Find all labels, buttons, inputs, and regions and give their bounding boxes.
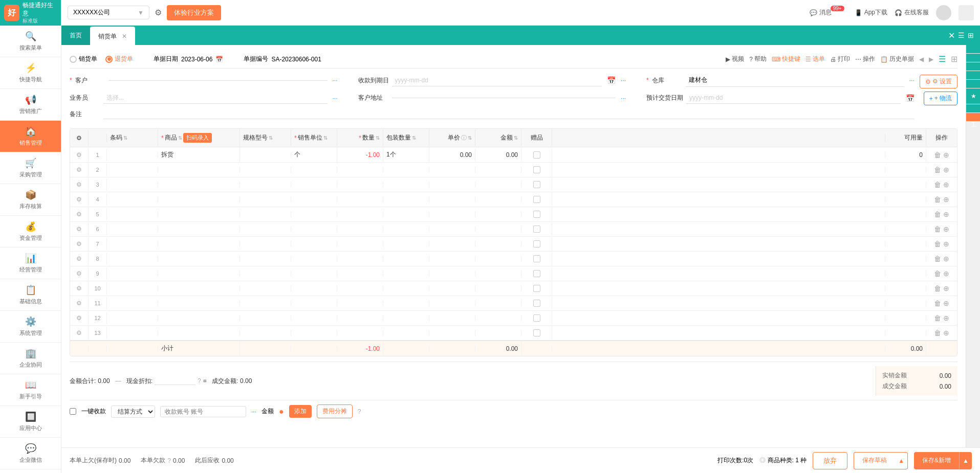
customer-addr-dots[interactable]: ··· [621,95,626,102]
tool-shortcut[interactable]: ⌨ 快捷键 [772,55,800,63]
td-price-11[interactable] [429,315,475,321]
td-pkg-5[interactable] [383,226,429,232]
td-pkg-4[interactable] [383,211,429,217]
td-unit-6[interactable] [291,241,337,247]
td-amount-1[interactable] [475,167,521,173]
td-spec-2[interactable] [240,182,291,188]
td-settings-5[interactable]: ⚙ [70,222,89,236]
tab-close-icon[interactable]: ✕ [122,33,127,40]
td-barcode-12[interactable] [107,330,158,336]
copy-icon-11[interactable]: ⊕ [943,314,949,322]
sort-price[interactable]: ⇅ [468,135,472,141]
td-price-3[interactable] [429,196,475,202]
td-settings-9[interactable]: ⚙ [70,282,89,295]
td-spec-0[interactable] [240,152,291,158]
td-product-4[interactable] [158,211,240,217]
td-price-7[interactable] [429,256,475,262]
sidebar-item-basic[interactable]: 📋 基础信息 [0,279,61,311]
td-barcode-3[interactable] [107,196,158,202]
td-qty-4[interactable] [337,211,383,217]
td-settings-2[interactable]: ⚙ [70,178,89,191]
td-barcode-0[interactable] [107,152,158,158]
td-gift-12[interactable] [521,326,552,340]
copy-icon-12[interactable]: ⊕ [943,329,949,337]
copy-icon-0[interactable]: ⊕ [943,151,949,159]
td-qty-5[interactable] [337,226,383,232]
sidebar-item-sales[interactable]: 🏠 销售管理 [0,121,61,152]
expense-btn[interactable]: 费用分摊 [317,404,353,418]
company-selector[interactable]: XXXXXX公司 ▼ [68,6,149,19]
td-pkg-2[interactable] [383,182,429,188]
td-qty-12[interactable] [337,330,383,336]
td-amount-6[interactable] [475,241,521,247]
td-pkg-1[interactable] [383,167,429,173]
settings-gear-icon[interactable]: ⚙ [155,8,162,17]
message-btn[interactable]: 💬 消息 99+ [810,8,847,17]
sidebar-item-inventory[interactable]: 📦 库存核算 [0,184,61,216]
td-settings-3[interactable]: ⚙ [70,193,89,206]
td-amount-11[interactable] [475,315,521,321]
td-remark-8[interactable] [552,271,885,277]
tab-close-all-icon[interactable]: ✕ [948,31,955,40]
td-remark-5[interactable] [552,226,885,232]
td-amount-7[interactable] [475,256,521,262]
td-settings-12[interactable]: ⚙ [70,326,89,340]
td-remark-1[interactable] [552,167,885,173]
tool-help[interactable]: ? 帮助 [749,55,767,63]
copy-icon-5[interactable]: ⊕ [943,225,949,233]
td-pkg-9[interactable] [383,285,429,291]
td-remark-12[interactable] [552,330,885,336]
abandon-btn[interactable]: 放弃 [813,452,847,469]
td-unit-1[interactable] [291,167,337,173]
delete-icon-11[interactable]: 🗑 [934,314,941,322]
sidebar-item-member[interactable]: 👑 畅会员 [0,469,61,473]
td-barcode-10[interactable] [107,300,158,306]
td-price-5[interactable] [429,226,475,232]
td-barcode-2[interactable] [107,182,158,188]
td-remark-3[interactable] [552,196,885,202]
scan-btn[interactable]: 扫码录入 [183,133,212,143]
td-spec-11[interactable] [240,315,291,321]
td-amount-0[interactable]: 0.00 [475,148,521,162]
td-product-8[interactable] [158,271,240,277]
td-remark-4[interactable] [552,211,885,217]
nav-prev-icon[interactable]: ◀ [919,56,924,63]
delete-icon-4[interactable]: 🗑 [934,210,941,218]
td-gift-11[interactable] [521,311,552,325]
tool-video[interactable]: ▶ 视频 [726,55,744,63]
td-price-2[interactable] [429,182,475,188]
td-spec-6[interactable] [240,241,291,247]
td-price-6[interactable] [429,241,475,247]
save-new-btn[interactable]: 保存&新增 [914,452,959,469]
td-amount-2[interactable] [475,182,521,188]
copy-icon-2[interactable]: ⊕ [943,181,949,189]
app-download-btn[interactable]: 📱 App下载 [855,8,887,17]
copy-icon-7[interactable]: ⊕ [943,255,949,263]
td-settings-6[interactable]: ⚙ [70,237,89,251]
warehouse-value[interactable]: 建材仓 [686,74,904,87]
online-service-btn[interactable]: 🎧 在线客服 [895,8,929,17]
td-amount-4[interactable] [475,211,521,217]
amount-dots[interactable]: ··· [251,408,256,415]
delete-icon-3[interactable]: 🗑 [934,195,941,204]
td-amount-8[interactable] [475,271,521,277]
delete-icon-2[interactable]: 🗑 [934,181,941,189]
td-gift-8[interactable] [521,267,552,280]
td-unit-7[interactable] [291,256,337,262]
sidebar-item-quick-nav[interactable]: ⚡ 快捷导航 [0,57,61,89]
td-remark-0[interactable] [552,152,885,158]
td-pkg-0[interactable]: 1个 [383,147,429,162]
td-qty-9[interactable] [337,285,383,291]
rf-btn-1[interactable]: 客 [966,45,980,53]
td-qty-0[interactable]: -1.00 [337,148,383,162]
td-product-7[interactable] [158,256,240,262]
sort-unit[interactable]: ⇅ [323,135,328,141]
delete-icon-12[interactable]: 🗑 [934,329,941,337]
td-settings-8[interactable]: ⚙ [70,267,89,280]
sort-qty[interactable]: ⇅ [376,135,380,141]
td-product-5[interactable] [158,226,240,232]
customer-input[interactable] [109,80,328,81]
due-date-cal-icon[interactable]: 📅 [607,76,616,84]
td-remark-6[interactable] [552,241,885,247]
save-draft-btn[interactable]: 保存草稿 [854,452,895,469]
